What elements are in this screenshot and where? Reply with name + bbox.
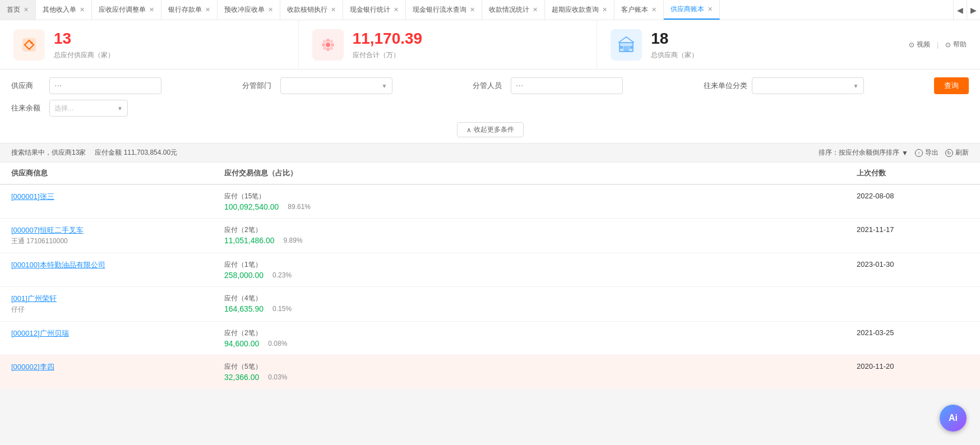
export-button[interactable]: ↑ 导出 bbox=[915, 148, 939, 157]
nav-tab-collect-exec-label: 收款核销执行 bbox=[287, 5, 327, 15]
trade-pct-2: 0.23% bbox=[272, 271, 292, 279]
video-icon: ⊙ bbox=[909, 41, 914, 49]
trade-row-3: 164,635.90 0.15% bbox=[224, 304, 857, 313]
trade-amount-2[interactable]: 258,000.00 bbox=[224, 271, 264, 280]
unit-class-dropdown-icon: ▼ bbox=[853, 83, 859, 89]
nav-arrow-left[interactable]: ◀ bbox=[953, 0, 967, 20]
supplier-name-link-5[interactable]: [000002]李四 bbox=[11, 362, 224, 372]
data-table: 供应商信息 应付交易信息（占比） 上次付数 [000001]张三 应付（15笔）… bbox=[0, 163, 980, 388]
result-actions: 排序：按应付余额倒序排序 ▼ ↑ 导出 ↻ 刷新 bbox=[819, 148, 969, 157]
trade-cell-5: 应付（5笔） 32,366.00 0.03% bbox=[224, 362, 857, 382]
nav-tab-cash-bank-flow[interactable]: 现金银行流水查询 ✕ bbox=[406, 0, 482, 20]
sort-label: 排序：按应付余额倒序排序 bbox=[819, 148, 899, 157]
nav-tab-ap-adjust[interactable]: 应收应付调整单 ✕ bbox=[92, 0, 161, 20]
result-bar: 搜索结果中，供应商13家 应付金额 111,703,854.00元 排序：按应付… bbox=[0, 143, 980, 163]
sort-selector[interactable]: 排序：按应付余额倒序排序 ▼ bbox=[819, 148, 908, 157]
nav-tab-supplier-account[interactable]: 供应商账本 ✕ bbox=[664, 0, 720, 20]
nav-tab-collect-exec-close[interactable]: ✕ bbox=[331, 6, 336, 13]
person-filter-input[interactable] bbox=[511, 77, 623, 94]
svg-rect-12 bbox=[623, 46, 629, 52]
nav-tab-cash-bank-stats-label: 现金银行统计 bbox=[350, 5, 390, 15]
nav-tab-prepay-reconcile[interactable]: 预收冲应收单 ✕ bbox=[218, 0, 280, 20]
nav-tab-home-close[interactable]: ✕ bbox=[24, 6, 29, 13]
sort-dropdown-icon: ▼ bbox=[902, 149, 908, 157]
stat-actions: ⊙ 视频 | ⊙ 帮助 bbox=[895, 20, 980, 69]
table-row[interactable]: [001]广州荣轩 仔仔 应付（4笔） 164,635.90 0.15% bbox=[0, 287, 980, 322]
nav-tab-customer-account-label: 客户账本 bbox=[621, 5, 648, 15]
nav-tab-overdue-query-label: 超期应收款查询 bbox=[552, 5, 599, 15]
supplier-cell-1: [000007]恒旺二手叉车 王通 17106110000 bbox=[11, 225, 224, 246]
stat-icon-tag bbox=[13, 29, 45, 61]
nav-tab-collect-stats[interactable]: 收款情况统计 ✕ bbox=[482, 0, 545, 20]
nav-tab-collect-stats-close[interactable]: ✕ bbox=[533, 6, 538, 13]
nav-tab-overdue-query-close[interactable]: ✕ bbox=[602, 6, 607, 13]
nav-tab-overdue-query[interactable]: 超期应收款查询 ✕ bbox=[545, 0, 614, 20]
trade-cell-1: 应付（2笔） 11,051,486.00 9.89% bbox=[224, 225, 857, 245]
filter-section: 供应商 分管部门 ▼ 分管人员 往来单位分类 ▼ 查询 往来 bbox=[0, 69, 980, 143]
unit-class-filter-input[interactable]: ▼ bbox=[752, 77, 864, 94]
stat-card-total-suppliers: 18 总供应商（家） bbox=[597, 20, 895, 69]
supplier-cell-5: [000002]李四 bbox=[11, 362, 224, 372]
last-pay-date-0: 2022-08-08 bbox=[857, 192, 894, 200]
trade-label-3: 应付（4笔） bbox=[224, 294, 857, 303]
nav-tab-home-label: 首页 bbox=[7, 5, 20, 15]
table-row[interactable]: [000007]恒旺二手叉车 王通 17106110000 应付（2笔） 11,… bbox=[0, 219, 980, 253]
nav-tab-customer-account-close[interactable]: ✕ bbox=[651, 6, 657, 13]
trade-pct-4: 0.08% bbox=[268, 340, 287, 347]
nav-tab-collect-exec[interactable]: 收款核销执行 ✕ bbox=[280, 0, 343, 20]
supplier-filter-input[interactable] bbox=[49, 77, 161, 94]
query-button[interactable]: 查询 bbox=[934, 77, 969, 94]
refresh-button[interactable]: ↻ 刷新 bbox=[945, 148, 969, 157]
nav-arrow-right[interactable]: ▶ bbox=[967, 0, 980, 20]
stat-icon-flower bbox=[312, 29, 344, 61]
trade-amount-5[interactable]: 32,366.00 bbox=[224, 373, 259, 382]
collapse-button[interactable]: ∧ 收起更多条件 bbox=[457, 122, 524, 137]
nav-tab-ap-adjust-close[interactable]: ✕ bbox=[149, 6, 154, 13]
nav-tab-cash-bank-flow-close[interactable]: ✕ bbox=[470, 6, 475, 13]
trade-amount-0[interactable]: 100,092,540.00 bbox=[224, 202, 279, 211]
supplier-name-link-2[interactable]: [000100]本特勤油品有限公司 bbox=[11, 260, 224, 270]
trade-amount-4[interactable]: 94,600.00 bbox=[224, 339, 259, 348]
supplier-name-link-0[interactable]: [000001]张三 bbox=[11, 192, 224, 202]
help-label: 帮助 bbox=[953, 40, 967, 49]
supplier-name-link-4[interactable]: [000012]广州贝瑞 bbox=[11, 328, 224, 339]
supplier-cell-2: [000100]本特勤油品有限公司 bbox=[11, 260, 224, 270]
trade-row-1: 11,051,486.00 9.89% bbox=[224, 236, 857, 245]
dept-filter-input[interactable]: ▼ bbox=[280, 77, 392, 94]
nav-tab-other-income-close[interactable]: ✕ bbox=[80, 6, 85, 13]
supplier-name-link-3[interactable]: [001]广州荣轩 bbox=[11, 294, 224, 304]
nav-tab-customer-account[interactable]: 客户账本 ✕ bbox=[614, 0, 664, 20]
trade-amount-3[interactable]: 164,635.90 bbox=[224, 304, 264, 313]
stat-icon-store bbox=[611, 29, 642, 61]
table-row[interactable]: [000002]李四 应付（5笔） 32,366.00 0.03% 2020-1… bbox=[0, 355, 980, 388]
export-label: 导出 bbox=[925, 148, 939, 157]
supplier-name-link-1[interactable]: [000007]恒旺二手叉车 bbox=[11, 225, 224, 235]
trade-pct-0: 89.61% bbox=[288, 203, 311, 211]
nav-tab-home[interactable]: 首页 ✕ bbox=[0, 0, 36, 20]
nav-tab-supplier-account-close[interactable]: ✕ bbox=[708, 6, 713, 13]
last-pay-cell-0: 2022-08-08 bbox=[857, 192, 969, 200]
svg-rect-13 bbox=[620, 46, 623, 49]
filter-row-1: 供应商 分管部门 ▼ 分管人员 往来单位分类 ▼ 查询 bbox=[11, 77, 969, 94]
table-row[interactable]: [000100]本特勤油品有限公司 应付（1笔） 258,000.00 0.23… bbox=[0, 253, 980, 287]
col-header-last-pay: 上次付数 bbox=[857, 168, 969, 178]
nav-tab-bank-deposit-close[interactable]: ✕ bbox=[205, 6, 210, 13]
dept-filter-label: 分管部门 bbox=[242, 81, 276, 91]
nav-tab-prepay-reconcile-close[interactable]: ✕ bbox=[268, 6, 273, 13]
nav-tab-bank-deposit[interactable]: 银行存款单 ✕ bbox=[161, 0, 218, 20]
supplier-cell-3: [001]广州荣轩 仔仔 bbox=[11, 294, 224, 314]
last-pay-cell-1: 2021-11-17 bbox=[857, 225, 969, 234]
video-link[interactable]: ⊙ 视频 bbox=[909, 40, 930, 49]
table-header: 供应商信息 应付交易信息（占比） 上次付数 bbox=[0, 163, 980, 185]
nav-tab-cash-bank-stats[interactable]: 现金银行统计 ✕ bbox=[343, 0, 406, 20]
nav-tab-cash-bank-stats-close[interactable]: ✕ bbox=[394, 6, 399, 13]
nav-tab-other-income[interactable]: 其他收入单 ✕ bbox=[36, 0, 92, 20]
trade-row-2: 258,000.00 0.23% bbox=[224, 271, 857, 280]
table-row[interactable]: [000001]张三 应付（15笔） 100,092,540.00 89.61%… bbox=[0, 185, 980, 219]
dept-dropdown-icon: ▼ bbox=[382, 83, 387, 89]
trade-label-0: 应付（15笔） bbox=[224, 192, 857, 201]
trade-amount-1[interactable]: 11,051,486.00 bbox=[224, 236, 275, 245]
table-row[interactable]: [000012]广州贝瑞 应付（2笔） 94,600.00 0.08% 2021… bbox=[0, 322, 980, 355]
help-link[interactable]: ⊙ 帮助 bbox=[945, 40, 967, 49]
balance-filter-input[interactable]: 选择... ▼ bbox=[49, 100, 128, 117]
